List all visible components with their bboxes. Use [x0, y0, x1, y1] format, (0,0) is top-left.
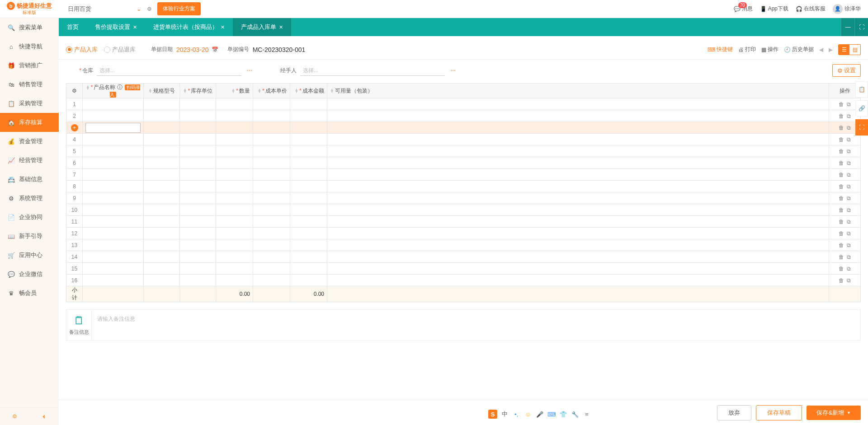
cell-price[interactable]	[253, 216, 290, 228]
cell-spec[interactable]	[144, 157, 180, 169]
ime-lang[interactable]: 中	[500, 410, 509, 419]
cell-available[interactable]	[327, 145, 829, 157]
table-row[interactable]: 2🗑⧉	[66, 110, 861, 122]
cell-qty[interactable]	[216, 134, 253, 145]
close-icon[interactable]: ✕	[221, 24, 225, 30]
ime-voice-icon[interactable]: 🎤	[535, 410, 544, 419]
product-input[interactable]	[85, 123, 141, 133]
cell-available[interactable]	[327, 192, 829, 204]
delete-icon[interactable]: 🗑	[839, 195, 844, 201]
cell-amount[interactable]	[290, 216, 327, 228]
cell-amount[interactable]	[290, 122, 327, 134]
col-amount[interactable]: ▲▼*成本金额	[290, 84, 327, 98]
ime-punct-icon[interactable]: •,	[512, 410, 521, 419]
sidebar-item-0[interactable]: 🔍搜索菜单	[0, 18, 59, 37]
cell-price[interactable]	[253, 134, 290, 145]
sidebar-item-4[interactable]: 📋采购管理	[0, 94, 59, 113]
cell-amount[interactable]	[290, 228, 327, 239]
cell-price[interactable]	[253, 169, 290, 181]
cell-product[interactable]	[83, 98, 144, 110]
cell-spec[interactable]	[144, 98, 180, 110]
cell-price[interactable]	[253, 122, 290, 134]
delete-icon[interactable]: 🗑	[839, 242, 844, 248]
ime-emoji-icon[interactable]: ☺	[524, 410, 533, 419]
cell-available[interactable]	[327, 228, 829, 239]
cell-price[interactable]	[253, 145, 290, 157]
cell-available[interactable]	[327, 157, 829, 169]
cell-unit[interactable]	[180, 228, 216, 239]
cell-product[interactable]	[83, 122, 144, 134]
rail-button-2[interactable]: 🔗	[855, 100, 868, 117]
cell-qty[interactable]	[216, 263, 253, 275]
cell-amount[interactable]	[290, 134, 327, 145]
sidebar-item-8[interactable]: 📇基础信息	[0, 170, 59, 189]
cell-qty[interactable]	[216, 122, 253, 134]
close-icon[interactable]: ✕	[133, 24, 137, 30]
close-icon[interactable]: ✕	[279, 24, 283, 30]
cell-amount[interactable]	[290, 251, 327, 263]
cell-spec[interactable]	[144, 192, 180, 204]
operator-more-icon[interactable]: ⋯	[450, 67, 456, 74]
rail-button-1[interactable]: 📋	[855, 81, 868, 98]
table-row[interactable]: 9🗑⧉	[66, 192, 861, 204]
table-row[interactable]: 15🗑⧉	[66, 263, 861, 275]
delete-icon[interactable]: 🗑	[839, 125, 844, 131]
delete-icon[interactable]: 🗑	[839, 277, 844, 284]
cell-price[interactable]	[253, 110, 290, 122]
rail-button-expand[interactable]: ⛶	[855, 119, 868, 135]
shortcut-button[interactable]: ⌨ 快捷键	[708, 46, 733, 53]
table-row[interactable]: 14🗑⧉	[66, 251, 861, 263]
cell-amount[interactable]	[290, 98, 327, 110]
cell-product[interactable]	[83, 204, 144, 216]
cell-amount[interactable]	[290, 157, 327, 169]
cell-available[interactable]	[327, 251, 829, 263]
cell-amount[interactable]	[290, 169, 327, 181]
ime-skin-icon[interactable]: 👕	[559, 410, 568, 419]
cell-price[interactable]	[253, 239, 290, 251]
cell-spec[interactable]	[144, 239, 180, 251]
table-row[interactable]: 1🗑⧉	[66, 98, 861, 110]
cell-unit[interactable]	[180, 110, 216, 122]
cell-product[interactable]	[83, 275, 144, 286]
cell-price[interactable]	[253, 263, 290, 275]
cell-qty[interactable]	[216, 251, 253, 263]
copy-icon[interactable]: ⧉	[847, 207, 851, 213]
sidebar-item-3[interactable]: 🛍销售管理	[0, 75, 59, 94]
table-row[interactable]: 8🗑⧉	[66, 181, 861, 192]
cell-spec[interactable]	[144, 251, 180, 263]
cell-spec[interactable]	[144, 110, 180, 122]
cell-spec[interactable]	[144, 145, 180, 157]
sidebar-item-6[interactable]: 💰资金管理	[0, 132, 59, 151]
copy-icon[interactable]: ⧉	[847, 195, 851, 201]
gear-icon[interactable]: ⚙	[147, 6, 152, 12]
copy-icon[interactable]: ⧉	[847, 172, 851, 178]
cell-available[interactable]	[327, 216, 829, 228]
delete-icon[interactable]: 🗑	[839, 254, 844, 260]
cell-spec[interactable]	[144, 204, 180, 216]
delete-icon[interactable]: 🗑	[839, 207, 844, 213]
tab-2[interactable]: 进货单统计表（按商品）✕	[145, 18, 233, 36]
cell-qty[interactable]	[216, 181, 253, 192]
cell-price[interactable]	[253, 157, 290, 169]
cell-spec[interactable]	[144, 181, 180, 192]
cell-qty[interactable]	[216, 275, 253, 286]
delete-icon[interactable]: 🗑	[839, 101, 844, 107]
cell-qty[interactable]	[216, 157, 253, 169]
delete-icon[interactable]: 🗑	[839, 160, 844, 166]
radio-product-out[interactable]: 产品退库	[104, 46, 136, 54]
cell-available[interactable]	[327, 263, 829, 275]
sidebar-item-1[interactable]: ⌂快捷导航	[0, 37, 59, 56]
cell-qty[interactable]	[216, 228, 253, 239]
copy-icon[interactable]: ⧉	[847, 113, 851, 119]
cell-amount[interactable]	[290, 145, 327, 157]
ime-keyboard-icon[interactable]: ⌨	[547, 410, 556, 419]
column-gear[interactable]: ⚙	[66, 84, 83, 98]
cell-product[interactable]	[83, 145, 144, 157]
cell-available[interactable]	[327, 204, 829, 216]
cell-spec[interactable]	[144, 216, 180, 228]
cell-unit[interactable]	[180, 98, 216, 110]
copy-icon[interactable]: ⧉	[847, 136, 851, 143]
copy-icon[interactable]: ⧉	[847, 148, 851, 154]
col-unit[interactable]: ▲▼*库存单位	[180, 84, 216, 98]
view-card-button[interactable]: ▤	[849, 45, 860, 55]
